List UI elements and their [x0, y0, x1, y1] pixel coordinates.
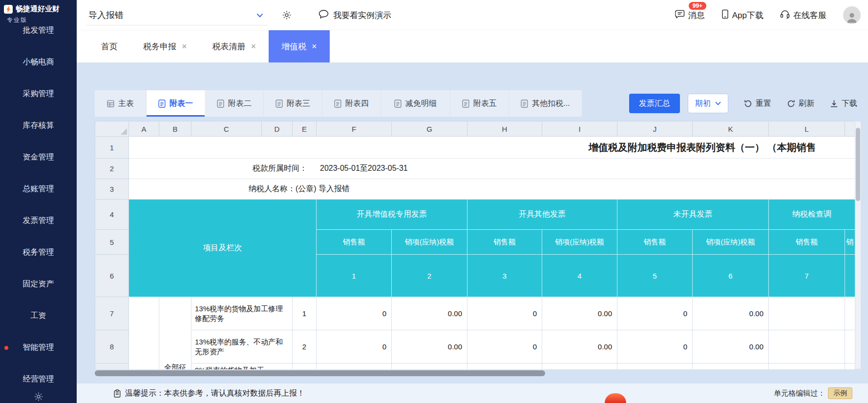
refresh-button[interactable]: 刷新 — [787, 99, 814, 109]
reset-button[interactable]: 重置 — [744, 99, 771, 109]
sidebar-item-fixed-assets[interactable]: 固定资产 — [0, 268, 77, 300]
value-cell[interactable]: 0.00 — [542, 330, 617, 363]
tab-vat-active[interactable]: 增值税 × — [269, 30, 330, 62]
tab-tax-filing[interactable]: 税务申报 × — [130, 30, 200, 62]
empty-cell[interactable] — [392, 363, 467, 369]
period-initial-dropdown[interactable]: 期初 — [688, 94, 728, 113]
subtab-main-table[interactable]: 主表 — [95, 90, 147, 117]
table-header-block: 项目及栏次 开具增值税专用发票 开具其他发票 未开具发票 纳税检查调 销售额 销… — [129, 200, 855, 297]
row-header-2[interactable]: 2 — [95, 159, 129, 179]
value-cell[interactable]: 0 — [467, 330, 542, 363]
col-header-B[interactable]: B — [159, 121, 191, 137]
close-icon[interactable]: × — [312, 42, 317, 51]
phone-icon — [721, 9, 729, 21]
col-header-K[interactable]: K — [693, 121, 769, 137]
select-all-corner[interactable] — [95, 121, 129, 137]
value-cell[interactable]: 0.00 — [392, 330, 467, 363]
empty-cell[interactable] — [317, 363, 392, 369]
download-button[interactable]: 下载 — [830, 99, 857, 109]
row-header-3[interactable]: 3 — [95, 179, 129, 200]
value-cell[interactable]: 0.00 — [392, 297, 467, 330]
import-error-dropdown[interactable]: 导入报错 — [86, 5, 268, 25]
invoice-summary-button[interactable]: 发票汇总 — [629, 94, 680, 113]
header-col-number-partial — [845, 255, 855, 297]
col-header-A[interactable]: A — [129, 121, 159, 137]
tab-tax-register[interactable]: 税表清册 × — [200, 30, 269, 62]
empty-cell[interactable] — [845, 297, 855, 330]
header-group-other-invoice: 开具其他发票 — [467, 200, 617, 230]
value-cell[interactable]: 0.00 — [693, 330, 769, 363]
empty-cell[interactable] — [542, 363, 617, 369]
col-header-F[interactable]: F — [317, 121, 392, 137]
row-header-7[interactable]: 7 — [95, 297, 129, 330]
messages-button[interactable]: 99+ 消息 — [675, 10, 705, 21]
col-header-D[interactable]: D — [262, 121, 293, 137]
empty-cell[interactable] — [769, 297, 845, 330]
value-cell[interactable]: 0 — [317, 330, 392, 363]
value-cell[interactable]: 0 — [317, 297, 392, 330]
sidebar-item-inventory-accounting[interactable]: 库存核算 — [0, 110, 77, 141]
empty-cell[interactable] — [467, 363, 542, 369]
line-number-cell[interactable]: 1 — [293, 297, 317, 330]
sidebar-gear-icon[interactable] — [33, 391, 44, 403]
col-header-G[interactable]: G — [392, 121, 467, 137]
sidebar-item-payroll[interactable]: 工资 — [0, 300, 77, 332]
row-header-6[interactable]: 6 — [95, 255, 129, 297]
value-cell[interactable]: 0.00 — [542, 297, 617, 330]
online-support-button[interactable]: 在线客服 — [780, 9, 826, 21]
sidebar-item-xiaochang-ecommerce[interactable]: 小畅电商 — [0, 46, 77, 78]
col-header-partial[interactable] — [845, 121, 855, 137]
row-header-8[interactable]: 8 — [95, 330, 129, 363]
value-cell[interactable]: 0.00 — [693, 297, 769, 330]
close-icon[interactable]: × — [251, 42, 256, 51]
empty-cell[interactable] — [769, 363, 845, 369]
row-header-1[interactable]: 1 — [95, 137, 129, 159]
vertical-scrollbar-thumb[interactable] — [856, 128, 860, 201]
subtab-other-deduction[interactable]: 其他扣税... — [509, 90, 582, 117]
sidebar-item-invoice-management[interactable]: 发票管理 — [0, 205, 77, 237]
value-cell[interactable]: 0 — [617, 330, 693, 363]
value-cell[interactable]: 0 — [617, 297, 693, 330]
sidebar-item-funds-management[interactable]: 资金管理 — [0, 141, 77, 173]
sidebar-item-general-ledger[interactable]: 总账管理 — [0, 173, 77, 205]
col-header-C[interactable]: C — [191, 121, 262, 137]
empty-cell[interactable] — [693, 363, 769, 369]
col-header-L[interactable]: L — [769, 121, 845, 137]
row-header-9-partial[interactable] — [95, 363, 129, 369]
subtab-schedule-2[interactable]: 附表二 — [205, 90, 264, 117]
table-body-block: 全部征 13%税率的货物及加工修理修配劳务 1 0 0.00 0 0.00 0 … — [129, 297, 855, 369]
empty-cell[interactable] — [845, 363, 855, 369]
settings-gear-icon[interactable] — [281, 10, 292, 20]
col-header-I[interactable]: I — [542, 121, 617, 137]
tab-home[interactable]: 首页 — [88, 30, 130, 62]
subtab-schedule-5[interactable]: 附表五 — [450, 90, 509, 117]
headset-icon — [780, 9, 790, 21]
empty-cell[interactable] — [845, 330, 855, 363]
header-output-tax: 销项(应纳)税额 — [542, 230, 617, 255]
app-download-button[interactable]: App下载 — [721, 9, 763, 21]
sidebar-item-purchase-management[interactable]: 采购管理 — [0, 78, 77, 110]
col-header-J[interactable]: J — [617, 121, 693, 137]
sidebar-item-business-management[interactable]: 经营管理 — [0, 363, 77, 395]
empty-cell[interactable] — [617, 363, 693, 369]
close-icon[interactable]: × — [182, 42, 187, 51]
subtab-reduction-detail[interactable]: 减免明细 — [381, 90, 450, 117]
line-number-cell[interactable] — [293, 363, 317, 369]
col-header-E[interactable]: E — [293, 121, 317, 137]
col-header-H[interactable]: H — [467, 121, 542, 137]
merged-cell-col-a — [129, 297, 159, 369]
subtab-schedule-1-active[interactable]: 附表一 — [147, 90, 205, 117]
line-number-cell[interactable]: 2 — [293, 330, 317, 363]
sidebar-item-tax-management[interactable]: 税务管理 — [0, 237, 77, 268]
subtab-schedule-3[interactable]: 附表三 — [264, 90, 322, 117]
subtab-schedule-4[interactable]: 附表四 — [322, 90, 381, 117]
user-avatar[interactable] — [843, 6, 861, 24]
value-cell[interactable]: 0 — [467, 297, 542, 330]
empty-cell[interactable] — [769, 330, 845, 363]
sidebar-item-smart-management[interactable]: 智能管理 — [0, 332, 77, 363]
header-group-tax-check: 纳税检查调 — [769, 200, 855, 230]
horizontal-scrollbar-thumb[interactable] — [95, 370, 545, 376]
row-header-5[interactable]: 5 — [95, 230, 129, 255]
demo-link[interactable]: 我要看实例演示 — [318, 0, 391, 30]
row-header-4[interactable]: 4 — [95, 200, 129, 230]
